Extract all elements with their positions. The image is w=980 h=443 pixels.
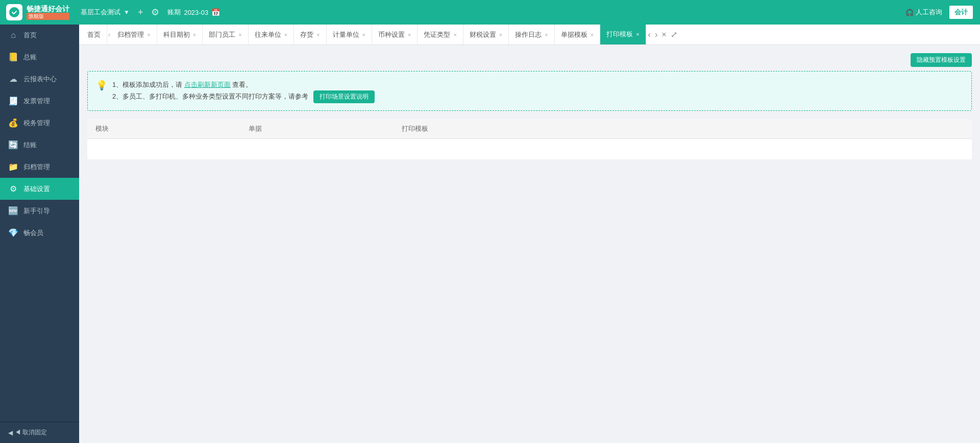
tab-home[interactable]: 首页 bbox=[81, 25, 107, 45]
sidebar-label-home: 首页 bbox=[23, 31, 37, 40]
sidebar-label-invoice: 发票管理 bbox=[23, 97, 50, 106]
settings-button[interactable]: ⚙ bbox=[149, 5, 161, 20]
page-content: 隐藏预置模板设置 💡 1、模板添加成功后，请 点击刷新新页面 查看。 2、多员工… bbox=[79, 45, 980, 443]
tab-department-label: 部门员工 bbox=[209, 30, 235, 39]
tab-oplog-close[interactable]: × bbox=[545, 32, 548, 38]
sidebar-item-reports[interactable]: ☁ 云报表中心 bbox=[0, 68, 79, 90]
tab-department[interactable]: 部门员工 × bbox=[203, 25, 248, 45]
top-bar: 畅捷通好会计 旗舰版 基层工会测试 ▼ + ⚙ 账期 2023-03 📅 🎧 人… bbox=[0, 0, 980, 25]
tab-prev-button[interactable]: ‹ bbox=[646, 30, 653, 39]
tab-printtemplate-label: 打印模板 bbox=[606, 30, 633, 39]
col-template: 打印模板 bbox=[394, 119, 972, 138]
tab-currency-label: 币种设置 bbox=[378, 30, 405, 39]
tab-printtemplate-close[interactable]: × bbox=[636, 31, 639, 37]
sidebar-item-basic[interactable]: ⚙ 基础设置 bbox=[0, 178, 79, 200]
tab-separator: ‹ bbox=[107, 31, 111, 38]
sidebar-label-basic: 基础设置 bbox=[23, 184, 50, 194]
tab-subjects-close[interactable]: × bbox=[193, 32, 196, 38]
cloud-icon: ☁ bbox=[8, 74, 18, 84]
sidebar-unpin-button[interactable]: ◀ ◀ 取消固定 bbox=[0, 422, 79, 443]
top-actions: + ⚙ bbox=[136, 5, 162, 20]
sidebar-label-archive: 归档管理 bbox=[23, 162, 50, 172]
notice-line2: 2、多员工、多打印机、多种业务类型设置不同打印方案等，请参考 打印场景设置说明 bbox=[112, 90, 375, 103]
top-right: 🎧 人工咨询 会计 bbox=[905, 5, 974, 20]
sidebar-label-guide: 新手引导 bbox=[23, 206, 50, 216]
tab-supplier-close[interactable]: × bbox=[284, 32, 287, 38]
col-doc: 单据 bbox=[240, 119, 394, 138]
sidebar-label-ledger: 总账 bbox=[23, 53, 37, 62]
tab-printtemplate[interactable]: 打印模板 × bbox=[600, 25, 646, 45]
tab-vouchertype-close[interactable]: × bbox=[453, 32, 456, 38]
logo-icon bbox=[6, 4, 22, 20]
invoice-icon: 🧾 bbox=[8, 96, 18, 106]
calendar-icon[interactable]: 📅 bbox=[211, 8, 220, 16]
archive-icon: 📁 bbox=[8, 162, 18, 172]
logo-area: 畅捷通好会计 旗舰版 bbox=[6, 4, 72, 20]
tab-vouchertype[interactable]: 凭证类型 × bbox=[418, 25, 463, 45]
tab-unit-close[interactable]: × bbox=[362, 32, 365, 38]
sidebar-item-archive[interactable]: 📁 归档管理 bbox=[0, 156, 79, 178]
period-area: 账期 2023-03 📅 bbox=[167, 8, 220, 17]
sidebar-item-guide[interactable]: 🆕 新手引导 bbox=[0, 200, 79, 222]
service-button[interactable]: 🎧 人工咨询 bbox=[905, 8, 942, 17]
tab-oplog[interactable]: 操作日志 × bbox=[509, 25, 554, 45]
kuaiji-button[interactable]: 会计 bbox=[948, 5, 974, 20]
tab-inventory-close[interactable]: × bbox=[316, 32, 320, 38]
sidebar-label-member: 畅会员 bbox=[23, 228, 43, 238]
col-module: 模块 bbox=[87, 119, 240, 138]
tab-supplier[interactable]: 往来单位 × bbox=[249, 25, 294, 45]
tab-unit-label: 计量单位 bbox=[333, 30, 359, 39]
guide-icon: 🆕 bbox=[8, 206, 18, 216]
hide-template-button[interactable]: 隐藏预置模板设置 bbox=[911, 53, 972, 67]
service-label: 人工咨询 bbox=[916, 8, 942, 17]
logo-text: 畅捷通好会计 旗舰版 bbox=[27, 5, 69, 20]
tab-subjects[interactable]: 科目期初 × bbox=[157, 25, 203, 45]
sidebar-item-invoice[interactable]: 🧾 发票管理 bbox=[0, 90, 79, 112]
table-header: 模块 单据 打印模板 bbox=[87, 119, 972, 139]
main-area: ⌂ 首页 📒 总账 ☁ 云报表中心 🧾 发票管理 💰 税务管理 🔄 结账 bbox=[0, 25, 980, 443]
tab-next-button[interactable]: › bbox=[653, 30, 659, 39]
tab-expand-button[interactable]: ⤢ bbox=[669, 30, 679, 39]
tab-archive-label: 归档管理 bbox=[117, 30, 144, 39]
notice-line1: 1、模板添加成功后，请 点击刷新新页面 查看。 bbox=[112, 79, 375, 90]
sidebar-item-home[interactable]: ⌂ 首页 bbox=[0, 25, 79, 46]
company-selector[interactable]: 基层工会测试 ▼ bbox=[81, 8, 130, 17]
tab-taxsetting-label: 财税设置 bbox=[470, 30, 496, 39]
tab-vouchertype-label: 凭证类型 bbox=[424, 30, 450, 39]
tab-taxsetting[interactable]: 财税设置 × bbox=[463, 25, 509, 45]
content-area: 首页 ‹ 归档管理 × 科目期初 × 部门员工 × 往来单位 × bbox=[79, 25, 980, 443]
sidebar-label-checkout: 结账 bbox=[23, 141, 37, 150]
home-icon: ⌂ bbox=[8, 31, 18, 40]
tab-taxsetting-close[interactable]: × bbox=[499, 32, 502, 38]
table-body-empty bbox=[87, 139, 972, 159]
tab-supplier-label: 往来单位 bbox=[255, 30, 281, 39]
sidebar-item-checkout[interactable]: 🔄 结账 bbox=[0, 134, 79, 156]
sidebar-item-ledger[interactable]: 📒 总账 bbox=[0, 46, 79, 68]
sidebar-item-member[interactable]: 💎 畅会员 bbox=[0, 222, 79, 244]
tab-archive[interactable]: 归档管理 × bbox=[111, 25, 157, 45]
tab-singledoc-close[interactable]: × bbox=[591, 32, 594, 38]
tab-singledoc[interactable]: 单据模板 × bbox=[555, 25, 600, 45]
member-icon: 💎 bbox=[8, 228, 18, 238]
print-scene-button[interactable]: 打印场景设置说明 bbox=[313, 90, 375, 103]
tab-close-all-button[interactable]: × bbox=[659, 30, 668, 39]
company-name: 基层工会测试 bbox=[81, 8, 120, 17]
tab-unit[interactable]: 计量单位 × bbox=[327, 25, 372, 45]
app-title: 畅捷通好会计 bbox=[27, 5, 69, 13]
chevron-down-icon: ▼ bbox=[124, 9, 130, 16]
svg-point-0 bbox=[9, 7, 19, 17]
notice-refresh-link[interactable]: 点击刷新新页面 bbox=[184, 81, 231, 88]
headset-icon: 🎧 bbox=[905, 9, 914, 16]
period-value: 2023-03 bbox=[184, 9, 208, 16]
tab-department-close[interactable]: × bbox=[238, 32, 241, 38]
ledger-icon: 📒 bbox=[8, 52, 18, 62]
add-tab-button[interactable]: + bbox=[136, 5, 145, 20]
tab-inventory-label: 存货 bbox=[300, 30, 313, 39]
tab-currency[interactable]: 币种设置 × bbox=[372, 25, 418, 45]
notice-content: 1、模板添加成功后，请 点击刷新新页面 查看。 2、多员工、多打印机、多种业务类… bbox=[112, 79, 375, 103]
sidebar-item-tax[interactable]: 💰 税务管理 bbox=[0, 112, 79, 134]
tab-archive-close[interactable]: × bbox=[147, 32, 150, 38]
tab-currency-close[interactable]: × bbox=[408, 32, 411, 38]
tab-inventory[interactable]: 存货 × bbox=[294, 25, 326, 45]
unpin-icon: ◀ bbox=[8, 429, 13, 436]
